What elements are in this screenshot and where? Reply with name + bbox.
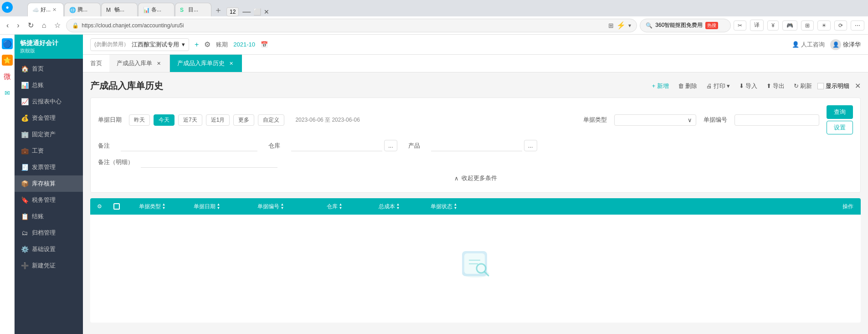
- refresh-btn[interactable]: ↻ 刷新: [790, 80, 816, 92]
- back-button[interactable]: ‹: [4, 20, 11, 31]
- app-icon-main[interactable]: 🔵: [2, 38, 13, 49]
- sidebar-item-basic[interactable]: ⚙️ 基础设置: [15, 241, 83, 257]
- week7-btn[interactable]: 近7天: [178, 114, 202, 126]
- scissors-btn[interactable]: ✂: [734, 21, 746, 31]
- type-label: 单据类型: [583, 116, 607, 124]
- grid-btn[interactable]: ⊞: [801, 21, 814, 31]
- history-tab-close[interactable]: ✕: [227, 60, 235, 67]
- yesterday-btn[interactable]: 昨天: [129, 114, 150, 126]
- warehouse-input[interactable]: [291, 140, 382, 151]
- close-btn[interactable]: ✕: [264, 8, 269, 15]
- month1-btn[interactable]: 近1月: [206, 114, 230, 126]
- th-warehouse[interactable]: 仓库 ▲▼: [307, 203, 362, 211]
- product-ellipsis[interactable]: ...: [524, 140, 537, 151]
- tab-ge[interactable]: 📊 各...: [138, 3, 175, 16]
- user-service-btn[interactable]: 👤 人工咨询: [792, 41, 825, 49]
- sync-btn[interactable]: ⟳: [834, 21, 847, 31]
- sidebar-label-archive: 归档管理: [32, 229, 56, 237]
- tab-count[interactable]: 12: [226, 7, 239, 16]
- collapse-icon: ∧: [454, 175, 459, 182]
- tab-new-button[interactable]: ＋: [212, 4, 225, 16]
- filter-settings-btn[interactable]: 设置: [827, 121, 853, 134]
- tab-icon-ge: 📊: [143, 7, 149, 13]
- address-bar[interactable]: 🔒 https://cloud.chanjet.com/accounting/u…: [66, 19, 637, 32]
- print-btn[interactable]: 🖨 打印 ▾: [703, 80, 734, 92]
- show-detail-control: 显示明细: [817, 82, 849, 90]
- th-cost[interactable]: 总成本 ▲▼: [362, 203, 416, 211]
- show-detail-checkbox[interactable]: [817, 83, 824, 89]
- app-icon-weibo[interactable]: 微: [2, 71, 13, 82]
- warehouse-ellipsis[interactable]: ...: [384, 140, 397, 151]
- type-select[interactable]: ∨: [614, 114, 696, 126]
- th-num[interactable]: 单据编号 ▲▼: [234, 203, 307, 211]
- sidebar-item-tax[interactable]: 🔖 税务管理: [15, 192, 83, 208]
- th-status[interactable]: 单据状态 ▲▼: [416, 203, 471, 211]
- company-selector[interactable]: (勿删勿禁用） 江西酿宝测试专用 ▾: [90, 38, 189, 51]
- app-icon-email[interactable]: ✉: [2, 87, 13, 98]
- collapse-btn[interactable]: ∧ 收起更多条件: [98, 171, 853, 185]
- sidebar-item-newbill[interactable]: ➕ 新建凭证: [15, 257, 83, 274]
- th-checkbox[interactable]: [108, 203, 125, 210]
- sidebar-item-salary[interactable]: 💼 工资: [15, 143, 83, 159]
- bookmark-button[interactable]: ☆: [51, 19, 63, 31]
- print-label: 打印: [714, 82, 725, 90]
- query-btn[interactable]: 查询: [827, 105, 853, 119]
- breadcrumb-history-tab[interactable]: 产成品入库单历史 ✕: [170, 55, 242, 72]
- date-range-display: 2023-06-06 至 2023-06-06: [295, 116, 360, 124]
- user-avatar-area[interactable]: 👤 徐泽华: [830, 39, 861, 50]
- translate-btn[interactable]: 译: [750, 20, 764, 31]
- app-icon-orange[interactable]: ⭐: [2, 55, 13, 66]
- more-date-btn[interactable]: 更多: [233, 114, 254, 126]
- sidebar-item-home[interactable]: 🏠 首页: [15, 61, 83, 77]
- add-btn[interactable]: + 新增: [648, 80, 673, 92]
- search-bar[interactable]: 🔍 360智能抠图免费用 热搜: [640, 19, 731, 32]
- import-btn[interactable]: ⬇ 导入: [735, 80, 761, 92]
- export-btn[interactable]: ⬆ 导出: [763, 80, 788, 92]
- sidebar-item-ledger[interactable]: 📊 总账: [15, 77, 83, 93]
- currency-btn[interactable]: ¥: [767, 21, 779, 31]
- calendar-icon[interactable]: 📅: [261, 41, 268, 48]
- num-input[interactable]: [734, 114, 819, 126]
- dropdown-icon[interactable]: ▾: [628, 22, 631, 29]
- settings-icon: ⚙: [97, 203, 102, 210]
- minimize-btn[interactable]: —: [242, 7, 251, 16]
- restore-btn[interactable]: ⬜: [253, 8, 261, 15]
- sidebar-item-reports[interactable]: 📈 云报表中心: [15, 93, 83, 110]
- panel-close-btn[interactable]: ✕: [855, 82, 861, 90]
- tab-chang[interactable]: M 畅...: [101, 3, 138, 16]
- sidebar-item-archive[interactable]: 🗂 归档管理: [15, 225, 83, 241]
- game-btn[interactable]: 🎮: [782, 21, 797, 31]
- th-ops-label: 操作: [842, 203, 853, 211]
- sidebar-item-checkout[interactable]: 📋 结账: [15, 208, 83, 225]
- sidebar-item-invoice[interactable]: 🧾 发票管理: [15, 159, 83, 175]
- tab-tencent[interactable]: 🌐 腾...: [64, 3, 101, 16]
- sidebar-item-funds[interactable]: 💰 资金管理: [15, 110, 83, 126]
- add-company-btn[interactable]: +: [195, 41, 199, 49]
- date-filter-group: 昨天 今天 近7天 近1月 更多 自定义: [129, 114, 284, 126]
- tab-active[interactable]: ☁️ 好... ✕: [27, 3, 64, 16]
- list-tab-close[interactable]: ✕: [155, 60, 162, 67]
- more-btn[interactable]: ⋯: [851, 21, 864, 31]
- today-btn[interactable]: 今天: [154, 114, 175, 126]
- tab-mu[interactable]: S 目...: [175, 3, 211, 16]
- th-type[interactable]: 单据类型 ▲▼: [125, 203, 180, 211]
- th-settings[interactable]: ⚙: [90, 203, 108, 210]
- forward-button[interactable]: ›: [14, 20, 22, 31]
- header-checkbox[interactable]: [113, 203, 120, 210]
- sidebar-item-assets[interactable]: 🏢 固定资产: [15, 126, 83, 143]
- custom-date-btn[interactable]: 自定义: [258, 114, 284, 126]
- remark-input[interactable]: [121, 140, 257, 151]
- breadcrumb-list-tab[interactable]: 产成品入库单 ✕: [109, 55, 170, 72]
- th-date[interactable]: 单据日期 ▲▼: [180, 203, 234, 211]
- home-button[interactable]: ⌂: [39, 20, 49, 31]
- sidebar-item-inventory[interactable]: 📦 库存核算: [15, 175, 83, 192]
- detail-remark-input[interactable]: [141, 157, 277, 168]
- theme-btn[interactable]: ☀: [817, 21, 831, 31]
- breadcrumb-home[interactable]: 首页: [83, 55, 109, 72]
- lock-icon: 🔒: [72, 22, 79, 29]
- delete-btn[interactable]: 🗑 删除: [674, 80, 701, 92]
- settings-gear-btn[interactable]: ⚙: [204, 40, 211, 49]
- tab-close[interactable]: ✕: [52, 7, 56, 13]
- product-input[interactable]: [431, 140, 522, 151]
- refresh-button[interactable]: ↻: [25, 19, 36, 31]
